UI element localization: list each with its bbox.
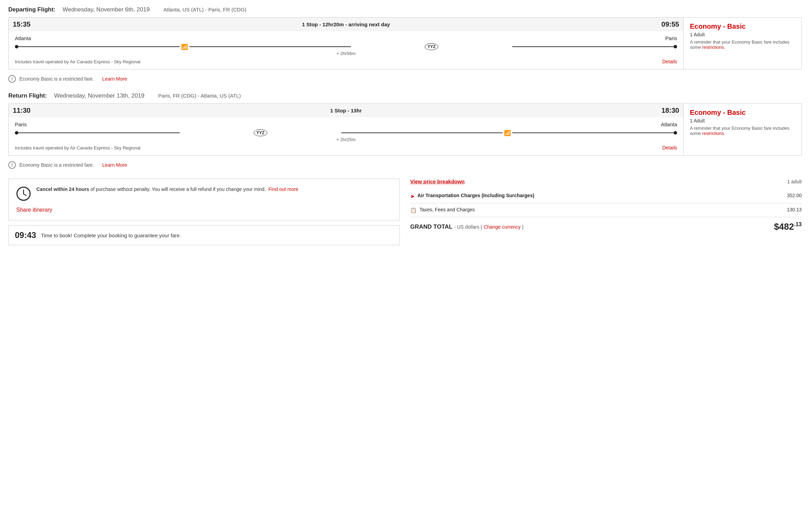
- departing-date: Wednesday, November 6th, 2019: [63, 6, 150, 13]
- departing-header: Departing Flight: Wednesday, November 6t…: [8, 6, 802, 13]
- departing-flight-left: 15:35 1 Stop - 12hr20m - arriving next d…: [9, 18, 684, 69]
- departing-dot-left: [15, 45, 18, 48]
- departing-dot-right: [674, 45, 677, 48]
- bottom-section: Cancel within 24 hours of purchase witho…: [8, 178, 802, 245]
- return-flight-left: 11:30 1 Stop - 13hr 18:30 Paris Atlanta …: [9, 104, 684, 155]
- departing-fare-adults: 1 Adult: [690, 32, 795, 37]
- return-flight-card: 11:30 1 Stop - 13hr 18:30 Paris Atlanta …: [8, 103, 802, 156]
- return-date: Wednesday, November 13th, 2019: [54, 92, 144, 99]
- return-stop-badge: YYZ: [254, 129, 267, 136]
- return-dot-left: [15, 131, 18, 135]
- departing-dest-city: Paris: [665, 35, 677, 41]
- cancel-box: Cancel within 24 hours of purchase witho…: [8, 178, 400, 220]
- return-stop-info: 1 Stop - 13hr: [330, 108, 362, 113]
- departing-line-left: [18, 46, 180, 47]
- departing-depart-time: 15:35: [13, 20, 30, 28]
- return-line-right: [512, 132, 674, 133]
- grand-total-dollars: $482: [774, 221, 794, 232]
- timer-time: 09:43: [15, 230, 36, 240]
- return-fare-adults: 1 Adult: [690, 118, 795, 123]
- return-line-left: [18, 132, 180, 133]
- departing-flight-card: 15:35 1 Stop - 12hr20m - arriving next d…: [8, 17, 802, 70]
- return-depart-time: 11:30: [13, 107, 30, 114]
- return-details-link[interactable]: Details: [662, 145, 677, 150]
- departing-flight-right: Economy - Basic 1 Adult A reminder that …: [684, 18, 801, 69]
- return-fare-note-link[interactable]: restrictions.: [702, 131, 725, 136]
- taxes-label-group: 📋 Taxes, Fees and Charges: [410, 207, 777, 213]
- departing-details-link[interactable]: Details: [662, 59, 677, 64]
- return-label: Return Flight:: [8, 92, 47, 99]
- return-meta: Includes travel operated by Air Canada E…: [15, 145, 677, 150]
- return-arrive-time: 18:30: [662, 107, 679, 114]
- return-flight-right: Economy - Basic 1 Adult A reminder that …: [684, 104, 801, 155]
- timer-box: 09:43 Time to book! Complete your bookin…: [8, 225, 400, 245]
- grand-total-label: GRAND TOTAL: [410, 223, 452, 230]
- currency-close: ): [522, 224, 524, 230]
- air-transport-label: Air Transportation Charges (Including Su…: [417, 193, 534, 198]
- departing-arrive-time: 09:55: [662, 20, 679, 28]
- departing-cities-row: Atlanta Paris: [15, 35, 677, 41]
- cancel-text-rest: of purchase without penalty. You will re…: [89, 186, 266, 192]
- grand-total-row: GRAND TOTAL - US dollars ( Change curren…: [410, 221, 802, 232]
- return-cities-row: Paris Atlanta: [15, 121, 677, 127]
- departing-learn-more[interactable]: Learn More: [102, 76, 127, 82]
- departing-label: Departing Flight:: [8, 6, 55, 13]
- departing-warning-row: ! Economy Basic is a restricted fare. Le…: [8, 73, 802, 85]
- view-breakdown-link[interactable]: View price breakdown: [410, 178, 465, 184]
- taxes-row: 📋 Taxes, Fees and Charges 130.13: [410, 203, 802, 217]
- departing-meta: Includes travel operated by Air Canada E…: [15, 59, 677, 64]
- return-origin-city: Paris: [15, 121, 27, 127]
- return-layover: + 2hr25m: [15, 137, 677, 142]
- share-itinerary-link[interactable]: Share itinerary: [16, 207, 392, 213]
- departing-layover: + 2hr56m: [15, 51, 677, 56]
- price-adult-label: 1 adult: [787, 179, 802, 184]
- cancel-text: Cancel within 24 hours of purchase witho…: [36, 186, 298, 193]
- cancel-row: Cancel within 24 hours of purchase witho…: [16, 186, 392, 202]
- return-dest-city: Atlanta: [661, 121, 677, 127]
- return-header: Return Flight: Wednesday, November 13th,…: [8, 92, 802, 99]
- departing-stop-info: 1 Stop - 12hr20m - arriving next day: [302, 21, 390, 27]
- grand-total-amount: $482.13: [774, 221, 802, 232]
- departing-wifi-icon: 📶: [181, 44, 188, 50]
- change-currency-link[interactable]: Change currency: [484, 224, 521, 230]
- return-warning-text: Economy Basic is a restricted fare.: [19, 162, 94, 168]
- departing-operated-by: Includes travel operated by Air Canada E…: [15, 59, 141, 64]
- return-warning-row: ! Economy Basic is a restricted fare. Le…: [8, 159, 802, 171]
- return-fare-note: A reminder that your Economy Basic fare …: [690, 126, 795, 136]
- price-header: View price breakdown 1 adult: [410, 178, 802, 184]
- return-learn-more[interactable]: Learn More: [102, 162, 127, 168]
- return-fare-title: Economy - Basic: [690, 109, 795, 117]
- departing-warning-icon: !: [8, 75, 16, 83]
- taxes-icon: 📋: [410, 207, 417, 213]
- air-transport-amount: 352.00: [777, 193, 802, 198]
- return-line-mid: [341, 132, 503, 133]
- air-transport-row: ➤ Air Transportation Charges (Including …: [410, 189, 802, 203]
- price-section: View price breakdown 1 adult ➤ Air Trans…: [410, 178, 802, 245]
- departing-fare-note-link[interactable]: restrictions.: [702, 45, 725, 50]
- grand-total-currency-text: - US dollars ( Change currency ): [454, 224, 524, 230]
- departing-fare-title: Economy - Basic: [690, 22, 795, 30]
- air-transport-label-group: ➤ Air Transportation Charges (Including …: [410, 193, 777, 200]
- cancel-text-bold: Cancel within 24 hours: [36, 186, 89, 192]
- departing-stop-badge: YYZ: [425, 43, 438, 50]
- taxes-amount: 130.13: [777, 207, 802, 212]
- departing-line-mid: [189, 46, 351, 47]
- departing-stop-center: YYZ: [351, 43, 512, 50]
- grand-total-cents: .13: [794, 221, 802, 227]
- departing-line-right: [512, 46, 674, 47]
- svg-line-2: [24, 194, 26, 195]
- air-transport-icon: ➤: [410, 193, 415, 200]
- cancel-share-column: Cancel within 24 hours of purchase witho…: [8, 178, 400, 245]
- find-out-more-link[interactable]: Find out more: [269, 186, 298, 192]
- clock-icon: [16, 186, 31, 202]
- return-route-diagram: YYZ 📶: [15, 129, 677, 136]
- return-times-bar: 11:30 1 Stop - 13hr 18:30: [9, 104, 683, 117]
- return-wifi-icon: 📶: [504, 130, 511, 136]
- departing-origin-city: Atlanta: [15, 35, 31, 41]
- return-operated-by: Includes travel operated by Air Canada E…: [15, 145, 141, 150]
- departing-fare-note: A reminder that your Economy Basic fare …: [690, 39, 795, 50]
- timer-message: Time to book! Complete your booking to g…: [41, 232, 181, 238]
- currency-prefix: - US dollars (: [454, 224, 483, 230]
- departing-route-diagram: 📶 YYZ: [15, 43, 677, 50]
- return-route: Paris, FR (CDG) - Atlanta, US (ATL): [158, 93, 241, 99]
